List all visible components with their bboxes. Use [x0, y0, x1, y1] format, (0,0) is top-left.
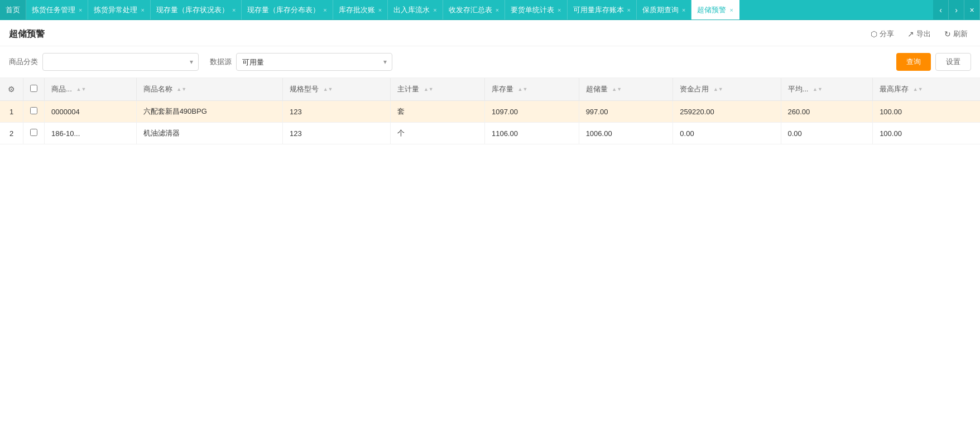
datasource-select[interactable]: 可用量 库存量	[236, 53, 392, 71]
close-icon[interactable]: ×	[323, 7, 326, 13]
nav-item-summary[interactable]: 收发存汇总表 ×	[443, 0, 505, 20]
th-max-stock-label: 最高库存	[880, 85, 909, 93]
close-icon[interactable]: ×	[232, 7, 236, 13]
close-icon[interactable]: ×	[558, 7, 561, 13]
share-label: 分享	[880, 29, 894, 39]
th-over-stock[interactable]: 超储量 ▲▼	[579, 78, 673, 101]
nav-item-task[interactable]: 拣货任务管理 ×	[26, 0, 88, 20]
share-button[interactable]: ⬡ 分享	[867, 27, 897, 41]
close-icon[interactable]: ×	[496, 7, 499, 13]
close-icon[interactable]: ×	[682, 7, 685, 13]
nav-label-available: 可用量库存账本	[573, 5, 624, 15]
th-product-code[interactable]: 商品... ▲▼	[45, 78, 137, 101]
nav-item-quality[interactable]: 保质期查询 ×	[637, 0, 691, 20]
th-spec[interactable]: 规格型号 ▲▼	[283, 78, 391, 101]
table-header: ⚙ 商品... ▲▼ 商品名称 ▲▼ 规格型号 ▲▼	[0, 78, 980, 101]
sort-icon: ▲▼	[612, 87, 622, 92]
th-product-name[interactable]: 商品名称 ▲▼	[136, 78, 282, 101]
table-body: 1 0000004 六配套新昌490BPG 123 套 1097.00 997.…	[0, 101, 980, 144]
product-code: 0000004	[45, 101, 137, 123]
datasource-label: 数据源	[210, 57, 232, 67]
select-all-checkbox[interactable]	[30, 85, 37, 92]
product-stock: 1106.00	[484, 123, 579, 144]
th-unit[interactable]: 主计量 ▲▼	[391, 78, 485, 101]
product-name: 机油滤清器	[136, 123, 282, 144]
close-icon[interactable]: ×	[79, 7, 82, 13]
row-checkbox-cell	[23, 101, 45, 123]
product-stock: 1097.00	[484, 101, 579, 123]
page-header: 超储预警 ⬡ 分享 ↗ 导出 ↻ 刷新	[0, 20, 980, 46]
nav-label-home: 首页	[6, 5, 20, 15]
row-checkbox-cell	[23, 123, 45, 144]
filter-group-category: 商品分类	[9, 53, 199, 71]
nav-close-button[interactable]: ×	[964, 0, 980, 20]
th-max-stock[interactable]: 最高库存 ▲▼	[873, 78, 980, 101]
close-icon[interactable]: ×	[141, 7, 144, 13]
close-icon[interactable]: ×	[627, 7, 631, 13]
nav-label-stock-status: 现存量（库存状况表）	[156, 5, 229, 15]
nav-label-summary: 收发存汇总表	[449, 5, 492, 15]
product-max-stock: 100.00	[873, 123, 980, 144]
refresh-icon: ↻	[944, 30, 951, 38]
row-checkbox[interactable]	[30, 129, 37, 136]
th-capital-use[interactable]: 资金占用 ▲▼	[673, 78, 781, 101]
product-unit: 套	[391, 101, 485, 123]
th-avg-label: 平均...	[788, 85, 809, 93]
th-avg[interactable]: 平均... ▲▼	[781, 78, 873, 101]
sort-icon: ▲▼	[424, 87, 434, 92]
row-number: 1	[0, 101, 23, 123]
product-over-stock: 1006.00	[579, 123, 673, 144]
th-capital-use-label: 资金占用	[680, 85, 709, 93]
nav-item-stock-status[interactable]: 现存量（库存状况表） ×	[151, 0, 242, 20]
nav-label-exception: 拣货异常处理	[94, 5, 137, 15]
row-number: 2	[0, 123, 23, 144]
nav-item-home[interactable]: 首页	[0, 0, 26, 20]
th-product-code-label: 商品...	[51, 85, 72, 93]
nav-prev-button[interactable]: ‹	[933, 0, 949, 20]
close-icon[interactable]: ×	[729, 7, 733, 13]
page-content: 超储预警 ⬡ 分享 ↗ 导出 ↻ 刷新 商品分类	[0, 20, 980, 446]
sort-icon: ▲▼	[713, 87, 723, 92]
category-select[interactable]	[42, 53, 199, 71]
category-label: 商品分类	[9, 57, 38, 67]
th-stock[interactable]: 库存量 ▲▼	[484, 78, 579, 101]
sort-icon: ▲▼	[518, 87, 528, 92]
product-avg: 260.00	[781, 101, 873, 123]
table-row: 1 0000004 六配套新昌490BPG 123 套 1097.00 997.…	[0, 101, 980, 123]
nav-item-batch[interactable]: 库存批次账 ×	[333, 0, 388, 20]
column-settings-button[interactable]: ⚙	[7, 84, 16, 95]
nav-item-exception[interactable]: 拣货异常处理 ×	[88, 0, 150, 20]
product-unit: 个	[391, 123, 485, 144]
nav-item-inout[interactable]: 出入库流水 ×	[388, 0, 443, 20]
nav-item-requisition[interactable]: 要货单统计表 ×	[505, 0, 567, 20]
th-checkbox	[23, 78, 45, 101]
table-row: 2 186-10... 机油滤清器 123 个 1106.00 1006.00 …	[0, 123, 980, 144]
sort-icon: ▲▼	[913, 87, 923, 92]
nav-label-stock-dist: 现存量（库存分布表）	[247, 5, 320, 15]
th-spec-label: 规格型号	[290, 85, 319, 93]
nav-item-overstock[interactable]: 超储预警 ×	[691, 0, 739, 20]
th-product-name-label: 商品名称	[143, 85, 172, 93]
close-icon[interactable]: ×	[378, 7, 382, 13]
nav-item-stock-dist[interactable]: 现存量（库存分布表） ×	[242, 0, 333, 20]
sort-icon: ▲▼	[76, 87, 86, 92]
nav-next-button[interactable]: ›	[949, 0, 964, 20]
refresh-button[interactable]: ↻ 刷新	[941, 27, 971, 41]
th-settings: ⚙	[0, 78, 23, 101]
settings-button[interactable]: 设置	[935, 53, 971, 71]
nav-item-available[interactable]: 可用量库存账本 ×	[568, 0, 637, 20]
close-icon[interactable]: ×	[433, 7, 436, 13]
product-code: 186-10...	[45, 123, 137, 144]
export-button[interactable]: ↗ 导出	[904, 27, 934, 41]
nav-label-requisition: 要货单统计表	[511, 5, 554, 15]
query-button[interactable]: 查询	[896, 53, 931, 71]
nav-label-quality: 保质期查询	[642, 5, 679, 15]
share-icon: ⬡	[871, 30, 877, 38]
nav-arrows: ‹ › ×	[933, 0, 980, 20]
product-spec: 123	[283, 123, 391, 144]
product-max-stock: 100.00	[873, 101, 980, 123]
export-label: 导出	[916, 29, 931, 39]
product-avg: 0.00	[781, 123, 873, 144]
page-title: 超储预警	[9, 28, 45, 40]
row-checkbox[interactable]	[30, 107, 37, 114]
